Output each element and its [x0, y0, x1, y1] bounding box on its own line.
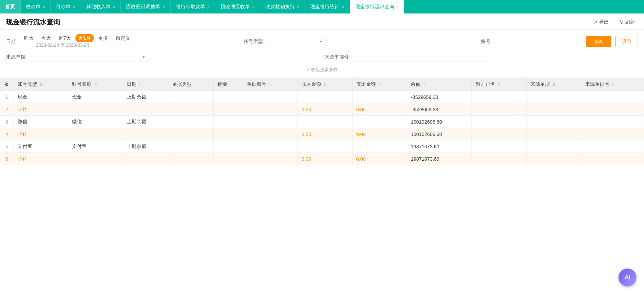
cell-counter-party — [472, 103, 527, 116]
cell-source-doc — [527, 140, 581, 153]
col-settings[interactable]: ⚙ — [0, 78, 14, 91]
page-actions: ↗ 导出 ↻ 刷新 — [590, 17, 638, 27]
col-source-doc-no[interactable]: 来源单据号 ⇅ — [581, 78, 644, 91]
shortcut-custom[interactable]: 自定义 — [113, 34, 133, 42]
cell-counter-party — [472, 91, 527, 103]
cell-counter-party — [472, 128, 527, 140]
sort-icon-expense: ⇅ — [378, 82, 381, 87]
col-income[interactable]: 收入金额 ⇅ — [298, 78, 353, 91]
nav-tab-yingshouyingfu[interactable]: 应收应付调整单 × — [121, 0, 170, 13]
cell-source-doc-no — [581, 140, 644, 153]
sort-icon-balance: ⇅ — [423, 82, 426, 87]
close-icon[interactable]: × — [297, 4, 299, 9]
cell-doc-type — [168, 128, 214, 140]
collapse-bar[interactable]: ∧ 收起更多条件 — [6, 65, 638, 75]
cell-balance: 19871073.60 — [407, 140, 472, 153]
cell-source-doc-no — [581, 128, 644, 140]
account-input[interactable] — [496, 37, 571, 46]
shortcut-today[interactable]: 今天 — [38, 34, 54, 42]
table-row: 1 现金 现金 上期余额 -3528659.33 — [0, 91, 644, 103]
col-doc-type[interactable]: 单据类型 — [168, 78, 214, 91]
refresh-button[interactable]: ↻ 刷新 — [616, 17, 638, 27]
col-doc-no[interactable]: 单据编号 ⇅ — [243, 78, 298, 91]
cell-expense — [352, 91, 407, 103]
nav-tab-yinhangcunqu[interactable]: 银行存取款单 × — [171, 0, 215, 13]
cell-balance: 100102606.60 — [407, 128, 472, 140]
cell-account-type: 小计 — [14, 103, 68, 116]
cell-doc-type — [168, 116, 214, 128]
cell-expense — [352, 140, 407, 153]
page-wrapper: 现金银行流水查询 ↗ 导出 ↻ 刷新 日期 昨天 今天 近7天 — [0, 13, 644, 294]
cell-source-doc — [527, 91, 581, 103]
account-type-select[interactable] — [266, 37, 326, 46]
close-icon[interactable]: × — [342, 4, 344, 9]
close-icon[interactable]: × — [252, 4, 254, 9]
shortcut-1month[interactable]: 近1月 — [75, 34, 94, 42]
cell-account-type: 小计 — [14, 153, 68, 165]
source-doc-no-input[interactable] — [352, 52, 487, 61]
cell-source-doc-no — [581, 103, 644, 116]
nav-tab-yushouchong[interactable]: 预收冲应收单 × — [215, 0, 260, 13]
col-balance-label: 余额 — [411, 81, 420, 87]
col-summary[interactable]: 摘要 — [214, 78, 243, 91]
sort-icon-date: ⇅ — [139, 82, 142, 87]
filter-area: 日期 昨天 今天 近7天 近1月 更多 自定义 2023-02-24 至 202… — [0, 30, 644, 78]
cell-row-num: 4 — [0, 128, 14, 140]
col-source-doc[interactable]: 来源单据 ⇅ — [527, 78, 581, 91]
filter-row-1: 日期 昨天 今天 近7天 近1月 更多 自定义 2023-02-24 至 202… — [6, 34, 638, 49]
settings-button[interactable]: 设置 — [615, 36, 638, 47]
export-button[interactable]: ↗ 导出 — [590, 17, 612, 27]
cell-income — [298, 140, 353, 153]
col-account-type[interactable]: 账号类型 ⇅ — [14, 78, 68, 91]
cell-account-type: 现金 — [14, 91, 68, 103]
sort-icon-source-doc: ⇅ — [552, 82, 555, 87]
nav-tab-shoukuan[interactable]: 收款单 × — [21, 0, 51, 13]
cell-expense — [352, 116, 407, 128]
col-summary-label: 摘要 — [218, 81, 227, 87]
cell-date: 上期余额 — [123, 91, 168, 103]
cell-doc-no — [243, 116, 298, 128]
col-balance[interactable]: 余额 ⇅ — [407, 78, 472, 91]
shortcut-7days[interactable]: 近7天 — [56, 34, 74, 42]
close-icon[interactable]: × — [113, 4, 115, 9]
cell-balance: -3528659.33 — [407, 103, 472, 116]
col-account-name[interactable]: 账号名称 ⇅ — [68, 78, 123, 91]
query-button[interactable]: 查询 — [586, 36, 611, 47]
cell-summary — [214, 103, 243, 116]
cell-doc-no — [243, 91, 298, 103]
sort-icon-source-doc-no: ⇅ — [612, 82, 615, 87]
cell-row-num: 5 — [0, 140, 14, 153]
ai-assistant-badge[interactable]: Ai — [618, 269, 636, 287]
table-row: 6 小计 0.00 0.00 19871073.60 — [0, 153, 644, 165]
col-counter-party[interactable]: 对方户名 ⇅ — [472, 78, 527, 91]
source-doc-no-label: 来源单据号 — [324, 54, 349, 60]
nav-home[interactable]: 首页 — [0, 0, 21, 13]
close-icon[interactable]: × — [43, 4, 45, 9]
source-doc-select-wrapper — [29, 52, 149, 61]
shortcut-yesterday[interactable]: 昨天 — [21, 34, 37, 42]
col-date-label: 日期 — [127, 81, 137, 87]
col-expense[interactable]: 支出金额 ⇅ — [352, 78, 407, 91]
close-icon[interactable]: × — [162, 4, 165, 9]
cell-doc-type — [168, 153, 214, 165]
sort-icon-counter-party: ⇅ — [498, 82, 501, 87]
shortcut-more[interactable]: 更多 — [95, 34, 111, 42]
account-label: 账号 — [481, 38, 493, 45]
col-doc-no-label: 单据编号 — [247, 81, 266, 87]
close-icon[interactable]: × — [396, 4, 399, 9]
cell-counter-party — [472, 153, 527, 165]
nav-tab-xianjinyinhang[interactable]: 现金银行统计 × — [305, 0, 350, 13]
close-icon[interactable]: × — [207, 4, 210, 9]
nav-tab-liushui-active[interactable]: 现金银行流水查询 × — [350, 0, 404, 13]
cell-date — [123, 103, 168, 116]
close-icon[interactable]: × — [73, 4, 75, 9]
cell-source-doc-no — [581, 91, 644, 103]
cell-account-name: 支付宝 — [68, 140, 123, 153]
nav-tab-qitashouru[interactable]: 其他收入单 × — [81, 0, 121, 13]
source-doc-select[interactable] — [29, 52, 149, 61]
col-date[interactable]: 日期 ⇅ — [123, 78, 168, 91]
nav-tab-fukuan[interactable]: 付款单 × — [51, 0, 81, 13]
nav-tab-shoukuanhexiao[interactable]: 收款核销执行 × — [260, 0, 305, 13]
cell-summary — [214, 153, 243, 165]
account-dots-button[interactable]: ... — [574, 38, 582, 45]
